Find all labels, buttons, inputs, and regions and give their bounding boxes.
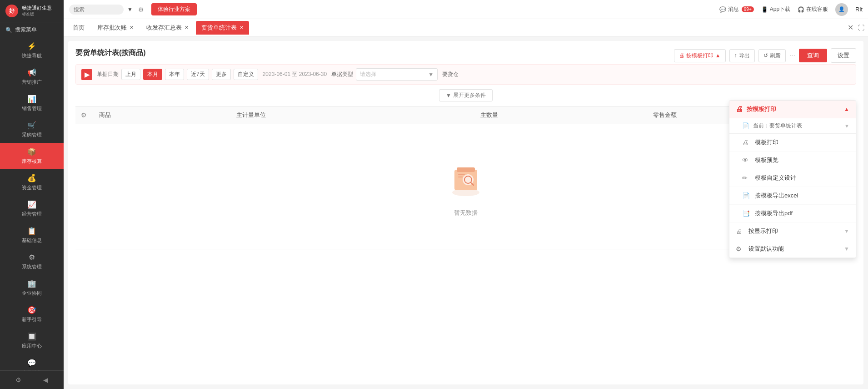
query-button[interactable]: 查询 xyxy=(799,49,827,62)
expand-more-label: 展开更多条件 xyxy=(453,91,486,99)
refresh-label: 刷新 xyxy=(770,52,781,60)
topbar-search-input[interactable] xyxy=(69,5,124,15)
user-avatar[interactable]: 👤 xyxy=(835,3,848,16)
sidebar-item-quick-nav[interactable]: ⚡ 快捷导航 xyxy=(0,37,64,64)
sidebar-item-enterprise[interactable]: 🏢 企业协同 xyxy=(0,275,64,301)
settings-button[interactable]: 设置 xyxy=(831,48,856,63)
table-settings-icon[interactable]: ⚙ xyxy=(81,111,87,119)
tabbar-close-button[interactable]: ✕ xyxy=(848,23,853,32)
date-filter-group: 单据日期 上月 本月 本年 近7天 更多 自定义 2023-06-01 至 20… xyxy=(97,69,327,80)
refresh-button[interactable]: ↺ 刷新 xyxy=(758,49,786,62)
scroll-up-button[interactable]: ⚙ xyxy=(14,375,23,384)
sidebar-item-wechat[interactable]: 💬 企业微信 xyxy=(0,354,64,370)
tabbar-expand-button[interactable]: ⛶ xyxy=(858,24,864,31)
export-excel-icon: 📄 xyxy=(742,192,750,199)
template-print-button[interactable]: 🖨 按模板打印 ▲ xyxy=(674,49,726,62)
sidebar-item-finance[interactable]: 💰 资金管理 xyxy=(0,169,64,196)
sidebar-search[interactable]: 🔍 搜索菜单 xyxy=(0,22,64,37)
nav-label: 新手引导 xyxy=(22,316,42,323)
dropdown-section-display-print[interactable]: 🖨 按显示打印 ▼ xyxy=(729,222,856,240)
nav-label: 系统管理 xyxy=(22,263,42,270)
template-print-dropdown: 🖨 按模板打印 ▲ 📄 当前：要货单统计表 ▼ 🖨 模板打印 👁 模板预览 xyxy=(729,100,856,258)
template-preview-icon: 👁 xyxy=(742,157,750,164)
logo-text: 畅捷通好生意 xyxy=(22,5,52,11)
date-btn-last-month[interactable]: 上月 xyxy=(121,69,140,80)
nav-label: 应用中心 xyxy=(22,343,42,349)
message-label: 消息 xyxy=(728,5,739,13)
dropdown-item-export-pdf[interactable]: 📑 按模板导出pdf xyxy=(729,205,856,222)
dropdown-current-template[interactable]: 📄 当前：要货单统计表 ▼ xyxy=(729,118,856,134)
tab-order-stats-label: 要货单统计表 xyxy=(201,24,237,32)
search-icon: 🔍 xyxy=(5,27,12,33)
display-print-arrow: ▼ xyxy=(844,228,849,234)
nav-label: 资金管理 xyxy=(22,184,42,191)
page-content: 要货单统计表(按商品) ▶ 单据日期 上月 本月 本年 近7天 更多 自定义 2… xyxy=(64,36,868,389)
sidebar-item-guide[interactable]: 🎯 新手引导 xyxy=(0,301,64,328)
tab-order-stats[interactable]: 要货单统计表 ✕ xyxy=(196,21,249,35)
sidebar-item-apps[interactable]: 🔲 应用中心 xyxy=(0,328,64,354)
date-btn-custom[interactable]: 自定义 xyxy=(234,69,258,80)
more-options-icon[interactable]: ··· xyxy=(789,51,795,60)
expand-more-button[interactable]: ▼ 展开更多条件 xyxy=(439,89,493,101)
messages-button[interactable]: 💬 消息 99+ xyxy=(719,5,754,13)
tab-collect-summary[interactable]: 收发存汇总表 ✕ xyxy=(141,21,194,35)
marketing-icon: 📢 xyxy=(27,68,36,77)
tab-inventory-batch-close[interactable]: ✕ xyxy=(130,25,134,30)
col-goods: 商品 xyxy=(94,106,231,124)
date-btn-last-7-days[interactable]: 近7天 xyxy=(187,69,209,80)
dropdown-item-export-excel[interactable]: 📄 按模板导出excel xyxy=(729,187,856,205)
type-filter-arrow: ▼ xyxy=(428,71,434,78)
date-btn-more[interactable]: 更多 xyxy=(212,69,231,80)
page-actions: 🖨 按模板打印 ▲ ↑ 导出 ↺ 刷新 ··· 查询 设置 xyxy=(674,48,856,63)
app-download-button[interactable]: 📱 App下载 xyxy=(761,5,790,13)
expand-more-row: ▼ 展开更多条件 xyxy=(75,89,856,101)
date-btn-current-year[interactable]: 本年 xyxy=(165,69,184,80)
date-btn-current-month[interactable]: 本月 xyxy=(143,69,162,80)
sidebar-item-marketing[interactable]: 📢 营销推广 xyxy=(0,64,64,90)
user-name: Rit xyxy=(855,6,863,13)
tab-collect-summary-close[interactable]: ✕ xyxy=(185,25,189,30)
dropdown-section-set-default[interactable]: ⚙ 设置默认功能 ▼ xyxy=(729,240,856,258)
sidebar-item-system[interactable]: ⚙ 系统管理 xyxy=(0,248,64,275)
nav-label: 营销推广 xyxy=(22,79,42,86)
set-default-arrow: ▼ xyxy=(844,246,849,252)
template-print-item-icon: 🖨 xyxy=(742,139,750,146)
finance-icon: 💰 xyxy=(27,174,36,182)
dropdown-header[interactable]: 🖨 按模板打印 ▲ xyxy=(729,101,856,118)
refresh-icon: ↺ xyxy=(763,52,768,59)
sidebar-item-inventory[interactable]: 📦 库存核算 xyxy=(0,143,64,169)
warehouse-filter-label: 要货仓 xyxy=(442,71,459,78)
dropdown-header-collapse-icon: ▲ xyxy=(844,106,849,112)
export-pdf-label: 按模板导出pdf xyxy=(755,209,793,217)
sidebar-item-basic[interactable]: 📋 基础信息 xyxy=(0,222,64,248)
topbar-gear-icon[interactable]: ⚙ xyxy=(138,6,144,13)
topbar-nav-dropdown[interactable]: ▼ xyxy=(127,6,133,13)
type-filter-select[interactable]: 请选择 ▼ xyxy=(356,68,438,81)
tab-home[interactable]: 首页 xyxy=(67,21,90,35)
date-range-display: 2023-06-01 至 2023-06-30 xyxy=(263,71,327,78)
sidebar-item-business[interactable]: 📈 经营管理 xyxy=(0,196,64,222)
dropdown-item-template-preview[interactable]: 👁 模板预览 xyxy=(729,152,856,169)
main-content: ▼ ⚙ 体验行业方案 💬 消息 99+ 📱 App下载 🎧 在线客服 👤 Rit xyxy=(64,0,868,389)
system-icon: ⚙ xyxy=(29,253,35,262)
trial-button[interactable]: 体验行业方案 xyxy=(151,3,197,15)
dropdown-item-template-design[interactable]: ✏ 模板自定义设计 xyxy=(729,169,856,187)
export-button[interactable]: ↑ 导出 xyxy=(729,49,755,62)
service-button[interactable]: 🎧 在线客服 xyxy=(798,5,828,13)
export-icon: ↑ xyxy=(734,52,737,59)
expand-more-icon: ▼ xyxy=(446,92,451,99)
tab-inventory-batch[interactable]: 库存批次账 ✕ xyxy=(92,21,139,35)
sidebar-item-sales[interactable]: 📊 销售管理 xyxy=(0,90,64,116)
tab-home-label: 首页 xyxy=(73,24,85,32)
enterprise-icon: 🏢 xyxy=(27,279,36,288)
dropdown-header-icon: 🖨 xyxy=(736,105,743,113)
tab-order-stats-close[interactable]: ✕ xyxy=(239,25,244,30)
purchase-icon: 🛒 xyxy=(27,121,36,130)
template-print-icon: 🖨 xyxy=(679,52,684,59)
scroll-down-button[interactable]: ◀ xyxy=(41,375,50,384)
sidebar-item-purchase[interactable]: 🛒 采购管理 xyxy=(0,116,64,143)
toolbar-expand-button[interactable]: ▶ xyxy=(81,69,92,80)
sidebar-bottom: ⚙ ◀ xyxy=(0,370,64,389)
topbar-right: 💬 消息 99+ 📱 App下载 🎧 在线客服 👤 Rit xyxy=(719,3,863,16)
dropdown-item-template-print[interactable]: 🖨 模板打印 xyxy=(729,134,856,152)
